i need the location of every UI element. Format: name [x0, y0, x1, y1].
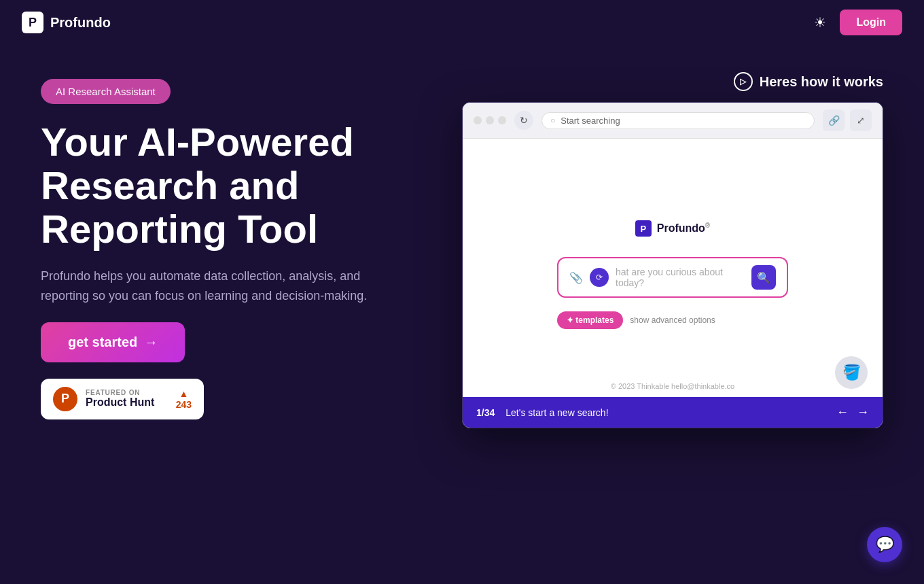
- product-hunt-count: 243: [176, 399, 192, 410]
- product-hunt-featured: FEATURED ON: [86, 389, 154, 396]
- navbar: P Profundo ☀ Login: [0, 0, 924, 45]
- play-icon: ▷: [734, 72, 753, 91]
- nav-next-button[interactable]: →: [857, 405, 869, 419]
- mockup-body: P Profundo® 📎 ⟳ hat are you curious abou…: [463, 139, 883, 397]
- right-side: ▷ Heres how it works ↻ ○ Start searching…: [462, 72, 883, 428]
- main-content: AI Research Assistant Your AI-Powered Re…: [0, 45, 924, 428]
- browser-refresh[interactable]: ↻: [514, 111, 533, 130]
- product-hunt-logo: P: [53, 387, 77, 411]
- nav-arrows: ← →: [836, 405, 869, 419]
- hero-title-line1: Your AI-Powered: [41, 120, 354, 164]
- get-started-arrow: →: [144, 334, 158, 350]
- product-hunt-arrow: ▲: [179, 388, 188, 399]
- left-side: AI Research Assistant Your AI-Powered Re…: [41, 72, 435, 419]
- how-it-works[interactable]: ▷ Heres how it works: [462, 72, 883, 91]
- badge: AI Research Assistant: [41, 79, 171, 104]
- mockup-chat-area: 🪣: [835, 356, 869, 390]
- product-hunt-badge[interactable]: P FEATURED ON Product Hunt ▲ 243: [41, 379, 204, 419]
- mockup-logo: P Profundo®: [635, 220, 710, 237]
- product-hunt-text: FEATURED ON Product Hunt: [86, 389, 154, 409]
- search-input-placeholder: hat are you curious about today?: [616, 267, 745, 288]
- browser-search-bar[interactable]: ○ Start searching: [541, 112, 815, 129]
- browser-bar: ↻ ○ Start searching 🔗 ⤢: [463, 103, 883, 139]
- hero-title: Your AI-Powered Research and Reporting T…: [41, 120, 435, 250]
- browser-dot-2: [486, 116, 494, 124]
- nav-right: ☀ Login: [814, 10, 902, 35]
- mockup-chat-icon: 🪣: [835, 356, 868, 389]
- search-circle-icon: ⟳: [590, 268, 609, 287]
- app-mockup: ↻ ○ Start searching 🔗 ⤢ P Profundo®: [462, 102, 883, 428]
- mockup-copyright: © 2023 Thinkable hello@thinkable.co: [463, 382, 883, 390]
- browser-actions: 🔗 ⤢: [823, 109, 872, 131]
- mockup-nav-bar: 1/34 Let's start a new search! ← →: [463, 397, 883, 428]
- nav-prev-button[interactable]: ←: [836, 405, 849, 419]
- browser-search-circle: ○: [550, 116, 555, 125]
- attach-icon: 📎: [569, 271, 583, 284]
- mockup-logo-text: Profundo®: [657, 222, 710, 235]
- logo-text: Profundo: [50, 15, 111, 31]
- search-submit-button[interactable]: 🔍: [751, 265, 776, 290]
- chat-widget-button[interactable]: 💬: [867, 527, 902, 562]
- how-it-works-label: Heres how it works: [760, 74, 883, 90]
- chat-widget-icon: 💬: [876, 536, 894, 553]
- browser-expand-btn[interactable]: ⤢: [850, 109, 872, 131]
- logo: P Profundo: [22, 12, 111, 33]
- mockup-options: ✦ templates show advanced options: [557, 311, 788, 329]
- product-hunt-votes: ▲ 243: [176, 388, 192, 410]
- get-started-button[interactable]: get started →: [41, 322, 185, 362]
- browser-dots: [474, 116, 506, 124]
- hero-subtitle: Profundo helps you automate data collect…: [41, 267, 394, 306]
- slide-message: Let's start a new search!: [505, 407, 825, 418]
- slide-counter: 1/34: [476, 407, 495, 418]
- browser-search-placeholder: Start searching: [561, 116, 620, 126]
- logo-icon: P: [22, 12, 43, 33]
- templates-button[interactable]: ✦ templates: [557, 311, 623, 329]
- advanced-options-link[interactable]: show advanced options: [630, 315, 715, 325]
- hero-title-line3: Reporting Tool: [41, 207, 318, 251]
- browser-link-btn[interactable]: 🔗: [823, 109, 845, 131]
- mockup-search-bar[interactable]: 📎 ⟳ hat are you curious about today? 🔍: [557, 257, 788, 298]
- get-started-label: get started: [68, 334, 137, 350]
- browser-dot-1: [474, 116, 482, 124]
- browser-dot-3: [498, 116, 506, 124]
- login-button[interactable]: Login: [840, 10, 902, 35]
- theme-toggle-button[interactable]: ☀: [814, 14, 826, 31]
- product-hunt-name: Product Hunt: [86, 396, 154, 409]
- hero-title-line2: Research and: [41, 163, 299, 207]
- mockup-logo-icon: P: [635, 220, 652, 237]
